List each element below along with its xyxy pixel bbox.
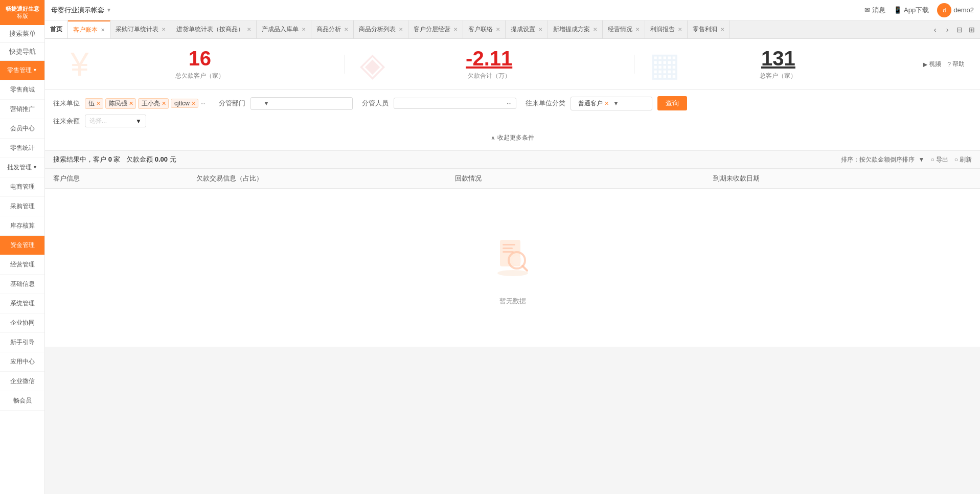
close-icon[interactable]: ✕ (678, 27, 682, 32)
table-col-customer-info: 客户信息 (53, 174, 196, 183)
sidebar-item-retail-mall[interactable]: 零售商城 (0, 80, 44, 100)
sidebar-item-enterprise-wechat[interactable]: 企业微信 (0, 372, 44, 391)
filter-label-person: 分管人员 (362, 99, 389, 108)
tab-new-proposal[interactable]: 新增提成方案 ✕ (548, 20, 603, 39)
remove-icon[interactable]: ✕ (191, 100, 196, 107)
sidebar-item-new-guide[interactable]: 新手引导 (0, 333, 44, 352)
sidebar-logo[interactable]: 畅捷通好生意标版 (0, 0, 44, 25)
refresh-button[interactable]: ○ 刷新 (954, 155, 972, 164)
sidebar-item-inventory[interactable]: 库存核算 (0, 216, 44, 236)
results-actions: 排序：按欠款金额倒序排序 ▼ ○ 导出 ○ 刷新 (841, 155, 972, 164)
stat-value-overdue-amount: -2.11 (466, 48, 512, 69)
sidebar-item-purchase[interactable]: 采购管理 (0, 197, 44, 216)
account-selector[interactable]: 母婴行业演示帐套 ▼ (51, 6, 111, 15)
close-icon[interactable]: ✕ (247, 27, 251, 32)
remove-icon[interactable]: ✕ (162, 100, 166, 107)
close-icon[interactable]: ✕ (399, 27, 403, 32)
download-icon: 📱 (894, 6, 902, 14)
filter-tag-normal-customer[interactable]: 普通客户 ✕ (575, 99, 611, 108)
collapse-button[interactable]: ∧ 收起更多条件 (53, 131, 972, 144)
tab-purchase-order[interactable]: 采购订单统计表 ✕ (110, 20, 171, 39)
sidebar-item-app-center[interactable]: 应用中心 (0, 352, 44, 372)
filter-more-btn[interactable]: ··· (200, 100, 206, 107)
close-icon[interactable]: ✕ (538, 27, 542, 32)
sort-selector[interactable]: 排序：按欠款金额倒序排序 ▼ (841, 155, 925, 164)
filter-select-dept[interactable]: ▼ (250, 97, 353, 110)
tab-scroll-right[interactable]: › (942, 25, 952, 35)
export-icon: ○ (931, 156, 935, 163)
close-icon[interactable]: ✕ (162, 27, 166, 32)
tab-product-analysis[interactable]: 商品分析 ✕ (311, 20, 354, 39)
tab-home[interactable]: 首页 (45, 20, 68, 39)
filter-tag-chenminqiang[interactable]: 陈民强 ✕ (105, 98, 136, 109)
filter-select-category[interactable]: 普通客户 ✕ ▼ (571, 97, 652, 110)
close-icon[interactable]: ✕ (720, 27, 724, 32)
play-icon: ▶ (923, 61, 927, 68)
sidebar-item-enterprise-coop[interactable]: 企业协同 (0, 313, 44, 333)
messages-button[interactable]: ✉ 消息 (864, 6, 885, 15)
remove-icon[interactable]: ✕ (96, 100, 101, 107)
query-button[interactable]: 查询 (657, 96, 687, 110)
sidebar-item-finance[interactable]: 资金管理 (0, 236, 44, 255)
user-menu[interactable]: d demo2 (937, 3, 974, 17)
filter-select-person[interactable]: ··· (394, 98, 516, 109)
sidebar-item-basic-info[interactable]: 基础信息 (0, 275, 44, 294)
sidebar-item-membership[interactable]: 会员中心 (0, 119, 44, 139)
app-download-button[interactable]: 📱 App下载 (894, 6, 929, 15)
help-icon: ? (947, 61, 951, 68)
help-button[interactable]: ? 帮助 (947, 60, 965, 69)
remove-icon[interactable]: ✕ (129, 100, 133, 107)
remove-icon[interactable]: ✕ (604, 100, 609, 107)
sidebar-item-retail-stats[interactable]: 零售统计 (0, 139, 44, 158)
chevron-down-icon: ▼ (613, 100, 619, 107)
sidebar-item-wholesale-mgmt[interactable]: 批发管理 ▼ (0, 158, 44, 177)
avatar: d (937, 3, 951, 17)
empty-illustration (487, 230, 538, 290)
tab-business-situation[interactable]: 经营情况 ✕ (603, 20, 645, 39)
close-icon[interactable]: ✕ (593, 27, 597, 32)
svg-point-6 (512, 256, 521, 265)
tab-customer-tier[interactable]: 客户分层经营 ✕ (408, 20, 463, 39)
filter-tag-cjttcw[interactable]: cjttcw ✕ (171, 99, 198, 108)
sidebar: 畅捷通好生意标版 搜索菜单 快捷导航 零售管理 ▼ 零售商城 营销推广 会员中心… (0, 0, 45, 494)
tab-customer-account[interactable]: 客户账本 ✕ (68, 20, 110, 39)
tab-proposal-settings[interactable]: 提成设置 ✕ (506, 20, 548, 39)
sidebar-item-quick-nav[interactable]: 快捷导航 (0, 43, 44, 61)
sidebar-item-operations[interactable]: 经营管理 (0, 255, 44, 275)
stat-label-overdue-amount: 欠款合计（万） (468, 72, 511, 80)
sidebar-item-ecommerce[interactable]: 电商管理 (0, 177, 44, 197)
close-icon[interactable]: ✕ (302, 27, 306, 32)
stat-overdue-amount: ◈ -2.11 欠款合计（万） (345, 48, 634, 80)
close-icon[interactable]: ✕ (101, 27, 105, 33)
close-icon[interactable]: ✕ (496, 27, 500, 32)
chevron-down-icon: ▼ (106, 7, 111, 13)
ellipsis-icon: ··· (507, 100, 512, 107)
filter-tag-wu[interactable]: 伍 ✕ (85, 98, 103, 109)
export-button[interactable]: ○ 导出 (931, 155, 948, 164)
tab-retail-profit[interactable]: 零售利润 ✕ (688, 20, 730, 39)
filter-label-dept: 分管部门 (219, 99, 245, 108)
tab-product-analysis-list[interactable]: 商品分析列表 ✕ (354, 20, 408, 39)
sidebar-item-retail-mgmt[interactable]: 零售管理 ▼ (0, 61, 44, 80)
tab-product-instock[interactable]: 产成品入库单 ✕ (257, 20, 311, 39)
close-icon[interactable]: ✕ (344, 27, 348, 32)
tab-fullscreen-icon[interactable]: ⊞ (967, 25, 977, 35)
sidebar-item-marketing[interactable]: 营销推广 (0, 100, 44, 119)
tab-scroll-left[interactable]: ‹ (930, 25, 940, 35)
tab-purchase-stats[interactable]: 进货单统计表（按商品） ✕ (171, 20, 257, 39)
svg-line-7 (522, 266, 527, 271)
sidebar-item-vip-member[interactable]: 畅会员 (0, 391, 44, 411)
video-help-button[interactable]: ▶ 视频 (923, 60, 941, 69)
tab-expand-icon[interactable]: ⊟ (954, 25, 965, 35)
stat-icon-yuan: ¥ (71, 46, 89, 83)
filter-input-balance[interactable]: 选择... ▼ (85, 115, 146, 127)
sidebar-item-system-mgmt[interactable]: 系统管理 (0, 294, 44, 313)
close-icon[interactable]: ✕ (453, 27, 458, 32)
close-icon[interactable]: ✕ (635, 27, 640, 32)
content-area: ¥ 16 总欠款客户（家） ◈ -2.11 欠款合计（万） ▦ 131 总客户（… (45, 39, 980, 494)
table-col-overdue-date: 到期未收款日期 (713, 174, 972, 183)
tab-customer-contact[interactable]: 客户联络 ✕ (463, 20, 506, 39)
tab-profit-report[interactable]: 利润报告 ✕ (645, 20, 688, 39)
sidebar-item-search[interactable]: 搜索菜单 (0, 25, 44, 43)
filter-tag-wangxiaoliang[interactable]: 王小亮 ✕ (138, 98, 169, 109)
